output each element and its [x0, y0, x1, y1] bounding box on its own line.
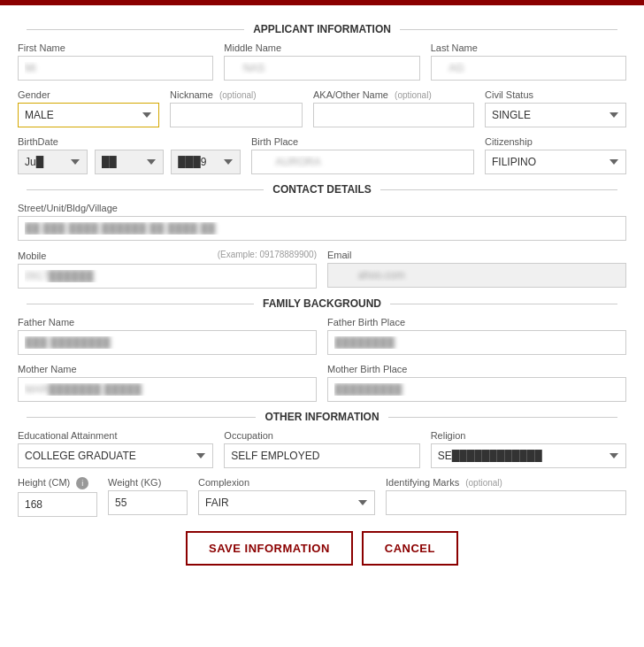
gender-select[interactable]: MALE FEMALE	[18, 103, 159, 127]
civil-status-select[interactable]: SINGLE MARRIED WIDOWED SEPARATED	[485, 103, 626, 127]
father-birth-place-input[interactable]	[327, 330, 626, 355]
email-input[interactable]	[327, 263, 626, 288]
father-name-label: Father Name	[18, 317, 317, 327]
last-name-label: Last Name	[431, 42, 626, 53]
height-label: Height (CM) i	[18, 477, 97, 489]
occupation-group: Occupation	[224, 430, 419, 468]
gender-label: Gender	[18, 89, 159, 100]
middle-name-input[interactable]	[224, 56, 419, 81]
middle-name-group: Middle Name	[224, 42, 419, 81]
identifying-marks-label: Identifying Marks (optional)	[386, 477, 626, 488]
form-container: APPLICANT INFORMATION First Name Middle …	[0, 5, 644, 583]
mother-name-group: Mother Name	[18, 364, 317, 402]
mobile-group: Mobile (Example: 09178889900)	[18, 250, 317, 289]
physical-row: Height (CM) i Weight (KG) Complexion FAI…	[18, 477, 626, 517]
mobile-hint: (Example: 09178889900)	[218, 250, 317, 259]
nickname-label: Nickname (optional)	[170, 89, 303, 100]
occupation-input[interactable]	[224, 443, 419, 468]
complexion-select[interactable]: FAIR MEDIUM DARK	[198, 490, 375, 515]
father-birth-place-label: Father Birth Place	[327, 317, 626, 327]
button-row: SAVE INFORMATION CANCEL	[18, 531, 626, 566]
civil-status-label: Civil Status	[485, 89, 626, 100]
height-input[interactable]	[18, 492, 97, 517]
gender-row: Gender MALE FEMALE Nickname (optional) A…	[18, 89, 626, 127]
first-name-label: First Name	[18, 42, 213, 53]
mobile-email-row: Mobile (Example: 09178889900) Email	[18, 250, 626, 289]
birth-place-input[interactable]	[251, 150, 474, 174]
gender-group: Gender MALE FEMALE	[18, 89, 159, 127]
email-label: Email	[327, 250, 626, 260]
father-row: Father Name Father Birth Place	[18, 317, 626, 355]
save-button[interactable]: SAVE INFORMATION	[186, 531, 353, 566]
street-address-label: Street/Unit/Bldg/Village	[18, 203, 626, 213]
birth-place-label: Birth Place	[251, 136, 474, 147]
mother-birth-place-group: Mother Birth Place	[327, 364, 626, 402]
weight-input[interactable]	[108, 490, 188, 515]
nickname-group: Nickname (optional)	[170, 89, 303, 127]
identifying-marks-group: Identifying Marks (optional)	[386, 477, 626, 517]
mobile-input[interactable]	[18, 264, 317, 289]
citizenship-select[interactable]: FILIPINO OTHER	[485, 150, 626, 174]
mobile-label: Mobile	[18, 250, 46, 261]
birthdate-inputs: Ju█ ██ ███9	[18, 150, 241, 174]
street-address-group: Street/Unit/Bldg/Village	[18, 203, 626, 241]
citizenship-group: Citizenship FILIPINO OTHER	[485, 136, 626, 174]
weight-label: Weight (KG)	[108, 477, 188, 488]
name-row: First Name Middle Name Last Name	[18, 42, 626, 81]
contact-details-title: CONTACT DETAILS	[18, 183, 626, 196]
mother-row: Mother Name Mother Birth Place	[18, 364, 626, 402]
religion-group: Religion SE████████████	[431, 430, 626, 468]
complexion-label: Complexion	[198, 477, 375, 488]
birth-day-group: ██	[95, 150, 165, 174]
father-name-input[interactable]	[18, 330, 317, 355]
mother-name-input[interactable]	[18, 377, 317, 402]
identifying-marks-input[interactable]	[386, 490, 626, 515]
aka-label: AKA/Other Name (optional)	[313, 89, 474, 100]
birth-place-group: Birth Place	[251, 136, 474, 174]
birth-row: BirthDate Ju█ ██ ███9	[18, 136, 626, 174]
birthdate-group: BirthDate Ju█ ██ ███9	[18, 136, 241, 174]
occupation-label: Occupation	[224, 430, 419, 441]
last-name-input[interactable]	[431, 56, 626, 81]
weight-group: Weight (KG)	[108, 477, 188, 517]
civil-status-group: Civil Status SINGLE MARRIED WIDOWED SEPA…	[485, 89, 626, 127]
applicant-info-title: APPLICANT INFORMATION	[18, 23, 626, 35]
mother-birth-place-input[interactable]	[327, 377, 626, 402]
street-address-input[interactable]	[18, 216, 626, 241]
education-group: Educational Attainment COLLEGE GRADUATE …	[18, 430, 213, 468]
height-info-icon[interactable]: i	[76, 477, 88, 489]
mother-birth-place-label: Mother Birth Place	[327, 364, 626, 374]
education-select[interactable]: COLLEGE GRADUATE HIGH SCHOOL ELEMENTARY …	[18, 443, 213, 468]
mother-name-label: Mother Name	[18, 364, 317, 374]
other-info-title: OTHER INFORMATION	[18, 411, 626, 423]
birth-day-select[interactable]: ██	[95, 150, 165, 174]
first-name-input[interactable]	[18, 56, 213, 81]
aka-group: AKA/Other Name (optional)	[313, 89, 474, 127]
birth-month-group: Ju█	[18, 150, 88, 174]
birthdate-label: BirthDate	[18, 136, 241, 147]
height-group: Height (CM) i	[18, 477, 97, 517]
aka-input[interactable]	[313, 103, 474, 127]
birth-year-group: ███9	[171, 150, 241, 174]
birth-year-select[interactable]: ███9	[171, 150, 241, 174]
nickname-input[interactable]	[170, 103, 303, 127]
cancel-button[interactable]: CANCEL	[362, 531, 458, 566]
first-name-group: First Name	[18, 42, 213, 81]
religion-label: Religion	[431, 430, 626, 441]
email-group: Email	[327, 250, 626, 289]
religion-select[interactable]: SE████████████	[431, 443, 626, 468]
father-birth-place-group: Father Birth Place	[327, 317, 626, 355]
education-label: Educational Attainment	[18, 430, 213, 441]
birth-month-select[interactable]: Ju█	[18, 150, 88, 174]
father-name-group: Father Name	[18, 317, 317, 355]
citizenship-label: Citizenship	[485, 136, 626, 147]
last-name-group: Last Name	[431, 42, 626, 81]
family-background-title: FAMILY BACKGROUND	[18, 297, 626, 310]
complexion-group: Complexion FAIR MEDIUM DARK	[198, 477, 375, 517]
education-row: Educational Attainment COLLEGE GRADUATE …	[18, 430, 626, 468]
middle-name-label: Middle Name	[224, 42, 419, 53]
